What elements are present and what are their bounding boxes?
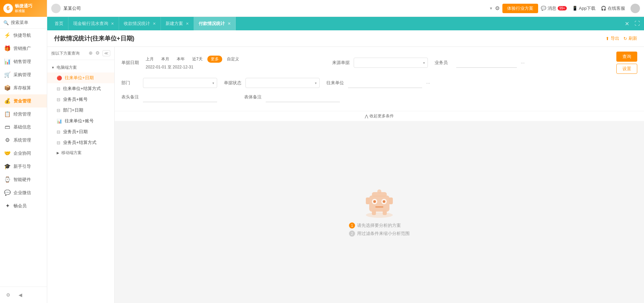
sidebar-item-quick-nav[interactable]: ⚡快捷导航 bbox=[0, 29, 47, 42]
source-select[interactable]: ▾ bbox=[354, 58, 428, 68]
query-btn[interactable]: 查询 bbox=[616, 52, 637, 62]
dept-label: 部门 bbox=[121, 80, 140, 86]
online-service-item[interactable]: 🎧 在线客服 bbox=[601, 5, 625, 11]
settings-btn[interactable]: 设置 bbox=[616, 64, 637, 74]
sidebar-item-guide[interactable]: 🎓新手引导 bbox=[0, 160, 47, 173]
sidebar-item-basic-info[interactable]: 🗃基础信息 bbox=[0, 121, 47, 133]
data-area: 1 请先选择要分析的方案 2 用过滤条件来缩小分析范围 bbox=[115, 121, 644, 303]
status-select[interactable]: ▾ bbox=[245, 78, 320, 88]
refresh-btn[interactable]: ↻ 刷新 bbox=[623, 35, 637, 41]
tree-item-unit-settlement[interactable]: ⊟ 往来单位+结算方式 bbox=[47, 83, 114, 94]
dept-select[interactable]: ▾ bbox=[143, 78, 217, 88]
message-item[interactable]: 💬 消息 99+ bbox=[541, 5, 567, 11]
sidebar-item-operations[interactable]: 📋经营管理 bbox=[0, 108, 47, 121]
tree-item-salesman-date[interactable]: ⊟ 业务员+日期 bbox=[47, 126, 114, 137]
edit-scheme-btn[interactable]: ⚙ bbox=[95, 50, 100, 56]
status-select-arrow: ▾ bbox=[315, 81, 317, 85]
filter-form: 单据日期 上月 本月 本年 近7天 更多 自定义 20 bbox=[115, 47, 644, 111]
nav-icon-hardware: ⌚ bbox=[4, 176, 11, 183]
related-unit-more-btn[interactable]: ··· bbox=[425, 80, 432, 86]
svg-point-0 bbox=[366, 212, 393, 218]
header-note-input[interactable] bbox=[143, 92, 217, 102]
sidebar-item-purchase[interactable]: 🛒采购管理 bbox=[0, 68, 47, 81]
filter-layout: 按以下方案查询 ⊕ ⚙ ≪ ▼ 电脑端方案 🔴 往来单位+日期 bbox=[47, 47, 644, 303]
date-more-btn[interactable]: 更多 bbox=[207, 56, 222, 63]
source-field: 来源单据 ▾ bbox=[332, 58, 428, 68]
sidebar-item-sales[interactable]: 📊销售管理 bbox=[0, 55, 47, 68]
panel-header-actions: ⊕ ⚙ ≪ bbox=[89, 50, 110, 56]
group-arrow-icon: ▶ bbox=[57, 151, 59, 155]
user-avatar[interactable] bbox=[631, 4, 640, 13]
tree-item-salesman-settlement[interactable]: ⊟ 业务员+结算方式 bbox=[47, 137, 114, 148]
tab-bar: 首页 现金银行流水查询 ✕ 收款情况统计 ✕ 新建方案 ✕ 付款情况统计 ✕ ✕… bbox=[47, 17, 644, 30]
sidebar-item-capital[interactable]: 💰资金管理 bbox=[0, 94, 47, 108]
salesman-field: 业务员 ··· bbox=[435, 58, 526, 68]
tab-bar-right: ✕ ⛶ bbox=[623, 19, 641, 28]
tab-bank-flow-close[interactable]: ✕ bbox=[111, 22, 114, 26]
company-dropdown-icon[interactable]: ▾ bbox=[490, 6, 492, 11]
tree-item-salesman-account[interactable]: ⊟ 业务员+账号 bbox=[47, 94, 114, 105]
search-menu[interactable]: 🔍 搜索菜单 bbox=[0, 17, 47, 29]
maximize-icon[interactable]: ⛶ bbox=[633, 19, 641, 28]
export-icon: ⬆ bbox=[606, 36, 609, 41]
tree-item-dept-date[interactable]: ⊟ 部门+日期 bbox=[47, 105, 114, 116]
date-this-month[interactable]: 本月 bbox=[158, 55, 172, 63]
sidebar-item-system[interactable]: ⚙系统管理 bbox=[0, 133, 47, 147]
tab-payment-stats-close[interactable]: ✕ bbox=[153, 22, 156, 26]
svg-rect-12 bbox=[375, 206, 383, 208]
sidebar-nav: ⚡快捷导航🎁营销推广📊销售管理🛒采购管理📦库存核算💰资金管理📋经营管理🗃基础信息… bbox=[0, 29, 47, 286]
svg-rect-1 bbox=[369, 195, 389, 212]
date-last-month[interactable]: 上月 bbox=[143, 55, 156, 63]
tree-group-desktop[interactable]: ▼ 电脑端方案 bbox=[47, 63, 114, 72]
status-field: 单据状态 ▾ bbox=[224, 78, 320, 88]
tab-new-plan[interactable]: 新建方案 ✕ bbox=[161, 17, 194, 30]
sidebar-item-marketing[interactable]: 🎁营销推广 bbox=[0, 42, 47, 55]
body-note-label: 表体备注 bbox=[244, 94, 263, 100]
body-note-input[interactable] bbox=[266, 92, 340, 102]
header-right: 💬 消息 99+ 📱 App下载 🎧 在线客服 bbox=[541, 4, 640, 13]
filter-row-1: 单据日期 上月 本月 本年 近7天 更多 自定义 20 bbox=[121, 52, 637, 74]
tab-payment-detail[interactable]: 付款情况统计 ✕ bbox=[194, 17, 236, 30]
chart-scheme-icon: 📊 bbox=[57, 119, 62, 124]
tree-item-unit-account[interactable]: 📊 往来单位+账号 bbox=[47, 116, 114, 126]
date-last-7[interactable]: 近7天 bbox=[189, 55, 205, 63]
sidebar-item-vip[interactable]: ✦畅会员 bbox=[0, 199, 47, 212]
scheme-icon: ⊟ bbox=[57, 97, 60, 102]
app-download-item[interactable]: 📱 App下载 bbox=[572, 5, 595, 11]
tab-payment-detail-close[interactable]: ✕ bbox=[228, 22, 231, 26]
salesman-more-btn[interactable]: ··· bbox=[520, 59, 526, 66]
sidebar-item-cooperation[interactable]: 🤝企业协同 bbox=[0, 147, 47, 160]
sidebar-item-wechat[interactable]: 💬企业微信 bbox=[0, 186, 47, 199]
sidebar-item-hardware[interactable]: ⌚智能硬件 bbox=[0, 173, 47, 186]
settings-icon-btn[interactable]: ⚙ bbox=[3, 290, 13, 300]
collapse-panel-btn[interactable]: ≪ bbox=[103, 50, 110, 56]
tree-group-mobile[interactable]: ▶ 移动端方案 bbox=[47, 148, 114, 158]
service-icon: 🎧 bbox=[601, 6, 606, 11]
settings-icon[interactable]: ⚙ bbox=[495, 5, 500, 11]
top-header: 某某公司 ▾ ⚙ 体验行业方案 💬 消息 99+ 📱 App下载 🎧 在线客服 bbox=[47, 0, 644, 17]
tab-new-plan-close[interactable]: ✕ bbox=[186, 22, 189, 26]
trial-btn[interactable]: 体验行业方案 bbox=[502, 4, 538, 13]
tree-item-unit-date[interactable]: 🔴 往来单位+日期 bbox=[47, 72, 114, 83]
tab-bank-flow[interactable]: 现金银行流水查询 ✕ bbox=[68, 17, 119, 30]
date-label: 单据日期 bbox=[121, 60, 140, 66]
nav-icon-marketing: 🎁 bbox=[4, 45, 11, 52]
collapse-more-btn[interactable]: ⋀ 收起更多条件 bbox=[115, 111, 644, 121]
collapse-sidebar-btn[interactable]: ◀ bbox=[16, 290, 25, 300]
tree-section: ▼ 电脑端方案 🔴 往来单位+日期 ⊟ 往来单位+结算方式 ⊟ 业务员+账号 bbox=[47, 60, 114, 160]
close-all-icon[interactable]: ✕ bbox=[623, 19, 631, 28]
related-unit-input[interactable] bbox=[348, 78, 422, 88]
date-custom[interactable]: 自定义 bbox=[224, 55, 242, 63]
add-scheme-btn[interactable]: ⊕ bbox=[89, 50, 93, 56]
sidebar-item-inventory[interactable]: 📦库存核算 bbox=[0, 81, 47, 94]
tab-payment-stats[interactable]: 收款情况统计 ✕ bbox=[119, 17, 161, 30]
salesman-input[interactable] bbox=[456, 58, 517, 68]
collapse-more-icon: ⋀ bbox=[365, 114, 368, 119]
tab-home[interactable]: 首页 bbox=[50, 17, 68, 30]
empty-hints: 1 请先选择要分析的方案 2 用过滤条件来缩小分析范围 bbox=[349, 222, 410, 239]
source-label: 来源单据 bbox=[332, 60, 351, 66]
export-btn[interactable]: ⬆ 导出 bbox=[606, 35, 619, 41]
body-note-field: 表体备注 bbox=[244, 92, 340, 102]
date-this-year[interactable]: 本年 bbox=[174, 55, 187, 63]
filter-row-3: 表头备注 表体备注 bbox=[121, 92, 637, 102]
